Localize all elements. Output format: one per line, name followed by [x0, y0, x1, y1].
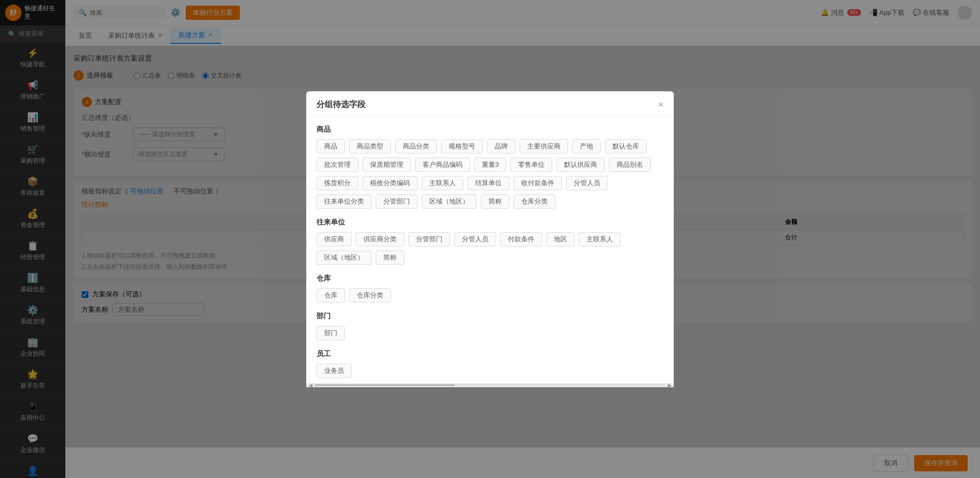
field-tag-region2[interactable]: 区域（地区）: [316, 250, 372, 265]
modal-body: 商品商品商品类型商品分类规格型号品牌主要供应商产地默认仓库批次管理保质期管理客户…: [306, 117, 674, 383]
field-tag-expiry-mgmt[interactable]: 保质期管理: [362, 158, 411, 172]
field-section-title-warehouse: 仓库: [316, 274, 664, 283]
field-section-warehouse: 仓库仓库仓库分类: [316, 274, 664, 303]
field-tags-department: 部门: [316, 326, 664, 340]
field-tag-manage-staff[interactable]: 分管人员: [454, 232, 496, 246]
field-tag-abbr[interactable]: 简称: [481, 194, 509, 209]
field-tag-abbr2[interactable]: 简称: [376, 250, 404, 265]
field-tag-tax-code[interactable]: 税收分类编码: [362, 176, 418, 190]
field-tag-product-type[interactable]: 商品类型: [349, 139, 391, 154]
field-tags-employee: 业务员: [316, 364, 664, 378]
field-tag-main-contact[interactable]: 主联系人: [422, 176, 463, 190]
field-tags-product: 商品商品类型商品分类规格型号品牌主要供应商产地默认仓库批次管理保质期管理客户商品…: [316, 139, 664, 209]
field-tag-payment-terms[interactable]: 收付款条件: [513, 176, 562, 190]
field-tag-batch-mgmt[interactable]: 批次管理: [316, 158, 358, 172]
field-tag-settlement-unit[interactable]: 结算单位: [468, 176, 509, 190]
modal-close-icon[interactable]: ×: [658, 99, 664, 110]
field-tag-region[interactable]: 区域（地区）: [422, 194, 477, 209]
modal-overlay: 分组待选字段 × 商品商品商品类型商品分类规格型号品牌主要供应商产地默认仓库批次…: [0, 0, 980, 478]
field-tag-default-warehouse[interactable]: 默认仓库: [605, 139, 647, 154]
field-section-employee: 员工业务员: [316, 349, 664, 378]
field-tag-pickup-points[interactable]: 拣货积分: [316, 176, 358, 190]
scroll-left-arrow[interactable]: ◀: [308, 382, 312, 389]
field-tag-wh[interactable]: 仓库: [316, 288, 345, 303]
field-tag-default-supplier[interactable]: 默认供应商: [556, 158, 605, 172]
field-tag-supplier-category[interactable]: 供应商分类: [356, 232, 404, 246]
modal-scroll-bar: ◀ ▶: [306, 383, 674, 387]
modal-header: 分组待选字段 ×: [306, 91, 674, 117]
field-tag-salesperson[interactable]: 业务员: [316, 364, 352, 378]
modal-title: 分组待选字段: [316, 99, 365, 110]
field-tag-product-category[interactable]: 商品分类: [395, 139, 437, 154]
field-tags-warehouse: 仓库仓库分类: [316, 288, 664, 303]
field-section-title-department: 部门: [316, 312, 664, 321]
field-section-department: 部门部门: [316, 312, 664, 340]
field-tags-partner: 供应商供应商分类分管部门分管人员付款条件地区主联系人区域（地区）简称: [316, 232, 664, 265]
field-tag-from-unit-category[interactable]: 往来单位分类: [316, 194, 372, 209]
field-section-title-employee: 员工: [316, 349, 664, 359]
field-section-partner: 往来单位供应商供应商分类分管部门分管人员付款条件地区主联系人区域（地区）简称: [316, 218, 664, 265]
scroll-track: [314, 384, 666, 386]
field-tag-dept[interactable]: 分管部门: [376, 194, 418, 209]
field-tag-manage-dept[interactable]: 分管部门: [408, 232, 450, 246]
field-tag-supplier[interactable]: 供应商: [316, 232, 352, 246]
scroll-right-arrow[interactable]: ▶: [668, 382, 672, 389]
field-tag-brand[interactable]: 品牌: [487, 139, 516, 154]
field-tag-weight3[interactable]: 重量3: [474, 158, 506, 172]
field-section-title-product: 商品: [316, 125, 664, 134]
field-tag-warehouse-category[interactable]: 仓库分类: [513, 194, 555, 209]
field-tag-main-supplier[interactable]: 主要供应商: [520, 139, 568, 154]
field-tag-product[interactable]: 商品: [316, 139, 345, 154]
field-tag-wh-category[interactable]: 仓库分类: [349, 288, 391, 303]
field-tag-origin[interactable]: 产地: [572, 139, 601, 154]
field-section-title-partner: 往来单位: [316, 218, 664, 227]
field-section-product: 商品商品商品类型商品分类规格型号品牌主要供应商产地默认仓库批次管理保质期管理客户…: [316, 125, 664, 209]
field-tag-customer-code[interactable]: 客户商品编码: [415, 158, 470, 172]
field-tag-manager[interactable]: 分管人员: [566, 176, 608, 190]
field-tag-spec-type[interactable]: 规格型号: [441, 139, 483, 154]
scroll-thumb[interactable]: [314, 384, 455, 386]
field-tag-alias[interactable]: 商品别名: [609, 158, 651, 172]
modal: 分组待选字段 × 商品商品商品类型商品分类规格型号品牌主要供应商产地默认仓库批次…: [306, 91, 674, 387]
field-tag-dept2[interactable]: 部门: [316, 326, 345, 340]
field-tag-payment-cond[interactable]: 付款条件: [500, 232, 542, 246]
field-tag-area[interactable]: 地区: [546, 232, 575, 246]
field-tag-retail-unit[interactable]: 零售单位: [510, 158, 552, 172]
field-tag-main-contact2[interactable]: 主联系人: [579, 232, 621, 246]
